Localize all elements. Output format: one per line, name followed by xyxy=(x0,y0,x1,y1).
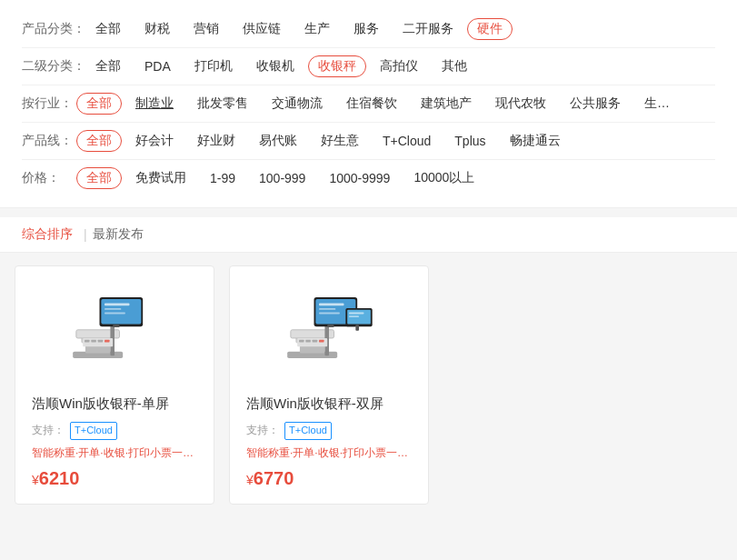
price-items: 全部 免费试用 1-99 100-999 1000-9999 10000以上 xyxy=(76,167,484,189)
cat-tax[interactable]: 财税 xyxy=(134,18,180,40)
product-image-2 xyxy=(246,283,412,383)
ind-hotel[interactable]: 住宿餐饮 xyxy=(336,93,407,115)
sub-category-label: 二级分类： xyxy=(22,58,85,75)
svg-rect-34 xyxy=(305,340,311,343)
pl-all[interactable]: 全部 xyxy=(76,130,122,152)
product-desc-1: 智能称重·开单·收银·打印小票一体化 xyxy=(32,445,197,461)
pl-haoyecai[interactable]: 好业财 xyxy=(187,130,245,152)
sort-active[interactable]: 综合排序 xyxy=(22,226,78,243)
price-label: 价格： xyxy=(22,170,76,186)
product-line-label: 产品线： xyxy=(22,133,76,149)
product-category-label: 产品分类： xyxy=(22,21,85,37)
price-all[interactable]: 全部 xyxy=(76,167,122,189)
price-free[interactable]: 免费试用 xyxy=(125,167,196,189)
product-card-2[interactable]: 浩顺Win版收银秤-双屏 支持： T+Cloud 智能称重·开单·收银·打印小票… xyxy=(229,265,429,505)
ind-all[interactable]: 全部 xyxy=(76,93,122,115)
product-name-1: 浩顺Win版收银秤-单屏 xyxy=(32,394,197,413)
svg-rect-6 xyxy=(101,299,141,325)
svg-rect-14 xyxy=(98,340,104,343)
pl-tplus[interactable]: Tplus xyxy=(444,131,495,151)
pl-yidaizhang[interactable]: 易代账 xyxy=(249,130,307,152)
product-illustration-2 xyxy=(279,292,379,374)
svg-rect-15 xyxy=(105,340,110,343)
svg-rect-12 xyxy=(85,340,90,343)
products-area: 浩顺Win版收银秤-单屏 支持： T+Cloud 智能称重·开单·收银·打印小票… xyxy=(0,253,737,517)
sort-bar: 综合排序 | 最新发布 xyxy=(0,217,737,253)
support-badge-1: T+Cloud xyxy=(70,422,117,440)
ind-mfg[interactable]: 制造业 xyxy=(125,93,184,115)
sub-pda[interactable]: PDA xyxy=(134,56,181,76)
industry-row: 按行业： 全部 制造业 批发零售 交通物流 住宿餐饮 建筑地产 现代农牧 公共服… xyxy=(22,85,715,123)
sub-other[interactable]: 其他 xyxy=(432,55,477,77)
price-number-1: 6210 xyxy=(39,468,80,488)
svg-rect-25 xyxy=(319,313,340,315)
product-category-items: 全部 财税 营销 供应链 生产 服务 二开服务 硬件 xyxy=(85,18,513,40)
price-number-2: 6770 xyxy=(254,468,294,488)
ind-public[interactable]: 公共服务 xyxy=(560,93,631,115)
ind-transport[interactable]: 交通物流 xyxy=(262,93,333,115)
ind-agri[interactable]: 现代农牧 xyxy=(485,93,556,115)
ind-bio[interactable]: 生… xyxy=(634,93,680,115)
pl-changjie[interactable]: 畅捷通云 xyxy=(500,130,571,152)
product-price-1: ¥6210 xyxy=(32,468,197,489)
svg-rect-10 xyxy=(113,325,119,327)
product-support-1: 支持： T+Cloud xyxy=(32,422,197,440)
sub-cashier[interactable]: 收银机 xyxy=(246,55,304,77)
sort-divider: | xyxy=(84,227,87,242)
svg-rect-7 xyxy=(105,303,130,305)
currency-symbol-1: ¥ xyxy=(32,473,39,487)
svg-rect-33 xyxy=(299,340,304,343)
cat-supply[interactable]: 供应链 xyxy=(233,18,291,40)
cat-service[interactable]: 服务 xyxy=(344,18,389,40)
cat-hardware[interactable]: 硬件 xyxy=(467,18,513,40)
price-10000plus[interactable]: 10000以上 xyxy=(403,167,484,189)
svg-rect-8 xyxy=(105,308,121,310)
product-name-2: 浩顺Win版收银秤-双屏 xyxy=(246,394,412,413)
pl-tcloud[interactable]: T+Cloud xyxy=(373,131,441,151)
sub-category-row: 二级分类： 全部 PDA 打印机 收银机 收银秤 高拍仪 其他 xyxy=(22,48,715,85)
sub-category-items: 全部 PDA 打印机 收银机 收银秤 高拍仪 其他 xyxy=(85,55,477,77)
pl-haokuaiji[interactable]: 好会计 xyxy=(125,130,184,152)
product-price-2: ¥6770 xyxy=(246,468,412,489)
svg-rect-31 xyxy=(355,325,359,330)
svg-rect-35 xyxy=(313,340,318,343)
svg-rect-9 xyxy=(105,313,125,315)
support-label-2: 支持： xyxy=(246,423,279,438)
svg-rect-29 xyxy=(349,313,364,315)
svg-rect-23 xyxy=(319,303,344,305)
svg-rect-11 xyxy=(83,338,113,346)
industry-label: 按行业： xyxy=(22,95,76,112)
cat-all[interactable]: 全部 xyxy=(85,18,131,40)
price-row: 价格： 全部 免费试用 1-99 100-999 1000-9999 10000… xyxy=(22,160,715,196)
cat-open[interactable]: 二开服务 xyxy=(393,18,463,40)
ind-realestate[interactable]: 建筑地产 xyxy=(411,93,482,115)
svg-rect-36 xyxy=(319,340,324,343)
product-image-1 xyxy=(32,283,197,383)
svg-rect-32 xyxy=(297,338,327,346)
product-illustration-1 xyxy=(65,292,164,374)
product-line-row: 产品线： 全部 好会计 好业财 易代账 好生意 T+Cloud Tplus 畅捷… xyxy=(22,123,715,160)
price-100-999[interactable]: 100-999 xyxy=(249,168,315,188)
ind-wholesale[interactable]: 批发零售 xyxy=(187,93,258,115)
industry-items: 全部 制造业 批发零售 交通物流 住宿餐饮 建筑地产 现代农牧 公共服务 生… xyxy=(76,93,680,115)
price-1-99[interactable]: 1-99 xyxy=(200,168,245,188)
product-category-row: 产品分类： 全部 财税 营销 供应链 生产 服务 二开服务 硬件 xyxy=(22,11,715,48)
svg-rect-13 xyxy=(91,340,95,343)
support-label-1: 支持： xyxy=(32,423,65,438)
sort-newest[interactable]: 最新发布 xyxy=(93,226,144,243)
sub-highcam[interactable]: 高拍仪 xyxy=(370,55,428,77)
support-badge-2: T+Cloud xyxy=(284,422,332,440)
product-support-2: 支持： T+Cloud xyxy=(246,422,412,440)
price-1000-9999[interactable]: 1000-9999 xyxy=(319,168,400,188)
svg-rect-30 xyxy=(349,315,359,317)
currency-symbol-2: ¥ xyxy=(246,473,254,487)
product-desc-2: 智能称重·开单·收银·打印小票一体化 xyxy=(246,445,412,461)
product-line-items: 全部 好会计 好业财 易代账 好生意 T+Cloud Tplus 畅捷通云 xyxy=(76,130,571,152)
sub-printer[interactable]: 打印机 xyxy=(184,55,243,77)
cat-production[interactable]: 生产 xyxy=(294,18,340,40)
sub-cashscale[interactable]: 收银秤 xyxy=(308,55,366,77)
product-card-1[interactable]: 浩顺Win版收银秤-单屏 支持： T+Cloud 智能称重·开单·收银·打印小票… xyxy=(15,265,214,505)
sub-all[interactable]: 全部 xyxy=(85,55,131,77)
pl-haoshengyi[interactable]: 好生意 xyxy=(311,130,369,152)
cat-marketing[interactable]: 营销 xyxy=(184,18,229,40)
